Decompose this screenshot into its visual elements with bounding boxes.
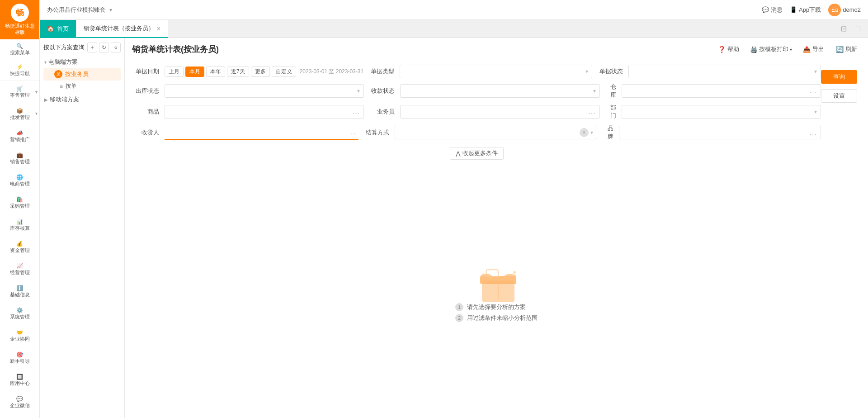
template-print-btn[interactable]: 🖨️ 按模板打印 ▾ (747, 43, 795, 55)
search-icon: 🔍 (3, 43, 37, 49)
refresh-btn[interactable]: 🔄 刷新 (832, 43, 861, 55)
breadcrumb-dropdown-icon[interactable]: ▾ (109, 7, 112, 13)
mobile-scheme-group-header[interactable]: ▶ 移动端方案 (43, 94, 121, 105)
filter-row-2: 出库状态 ▾ 收款状态 ▾ 仓库 (132, 83, 821, 99)
collapse-filter-btn[interactable]: ⋀ 收起更多条件 (450, 147, 504, 160)
dept-select[interactable]: ▾ (622, 105, 821, 119)
wholesale-arrow-icon: ▴ (35, 112, 38, 117)
refresh-icon: 🔄 (836, 46, 844, 53)
tabs-bar: 🏠 首页 销货单统计表（按业务员） × ⊡ □ (40, 20, 868, 38)
warehouse-select[interactable]: ... (622, 84, 821, 98)
doc-type-select[interactable]: ▾ (400, 65, 592, 78)
out-status-label: 出库状态 (132, 87, 159, 95)
sidebar-item-inventory[interactable]: 📊 库存核算 (0, 214, 39, 236)
sidebar-logo[interactable]: 畅 畅捷通好生意 标版 (0, 0, 39, 39)
help-btn[interactable]: ❓ 帮助 (714, 43, 743, 55)
sidebar-item-basic[interactable]: ℹ️ 基础信息 (0, 280, 39, 303)
recipient-dots-icon[interactable]: ... (351, 128, 357, 136)
sidebar-item-wechat[interactable]: 💬 企业微信 (0, 391, 39, 413)
refresh-scheme-btn[interactable]: ↻ (99, 43, 109, 52)
salesperson-select[interactable]: ... (400, 105, 599, 119)
help-label: 帮助 (727, 45, 739, 53)
export-btn[interactable]: 📤 导出 (799, 43, 828, 55)
out-status-arrow-icon: ▾ (357, 88, 360, 94)
page-actions: ❓ 帮助 🖨️ 按模板打印 ▾ 📤 导出 🔄 刷新 (714, 43, 861, 55)
operation-icon: 📈 (16, 263, 23, 269)
sidebar-item-enterprise[interactable]: 🤝 企业协同 (0, 325, 39, 347)
sidebar-quick-nav-item[interactable]: ⚡ 快捷导航 (0, 60, 39, 81)
desktop-scheme-arrow-icon: ▾ (44, 60, 47, 65)
date-btn-last-month[interactable]: 上月 (165, 66, 184, 77)
payment-status-select[interactable]: ▾ (400, 84, 599, 98)
tab-home-label: 首页 (57, 25, 69, 33)
out-status-select[interactable]: ▾ (165, 84, 364, 98)
home-icon: 🏠 (47, 25, 54, 32)
sidebar-item-finance[interactable]: 💰 资金管理 (0, 236, 39, 258)
brand-label: 品牌 (603, 124, 613, 141)
empty-state-icon (474, 263, 519, 299)
sidebar-item-newbie[interactable]: 🎯 新手引导 (0, 347, 39, 369)
tab-sales-stats[interactable]: 销货单统计表（按业务员） × (76, 20, 168, 38)
filter-row-1: 单据日期 上月 本月 本年 近7天 更多 自定义 2023-03-01 至 20… (132, 65, 821, 78)
newbie-icon: 🎯 (16, 352, 23, 358)
sidebar-item-purchase-label: 采购管理 (10, 203, 30, 209)
sidebar-item-apps[interactable]: 🔲 应用中心 (0, 369, 39, 391)
tab-home[interactable]: 🏠 首页 (40, 20, 76, 38)
query-btn[interactable]: 查询 (821, 70, 857, 84)
collapse-panel-btn[interactable]: « (111, 43, 121, 52)
scheme-sub-item-order[interactable]: ≡ 按单 (43, 81, 121, 92)
desktop-scheme-group-header[interactable]: ▾ 电脑端方案 (43, 56, 121, 68)
add-scheme-btn[interactable]: + (87, 43, 97, 52)
date-btn-this-month[interactable]: 本月 (185, 66, 204, 77)
mobile-scheme-arrow-icon: ▶ (44, 97, 48, 102)
sidebar-item-retail[interactable]: 🛒 零售管理 ▾ (0, 81, 39, 103)
logo-icon: 畅 (11, 4, 29, 22)
help-icon: ❓ (718, 46, 726, 53)
settlement-clear-btn[interactable]: × (580, 128, 589, 137)
date-btn-more[interactable]: 更多 (251, 66, 270, 77)
goods-select[interactable]: ... (165, 105, 364, 119)
svg-point-5 (482, 273, 484, 275)
date-btn-custom[interactable]: 自定义 (272, 66, 296, 77)
warehouse-dots-icon: ... (810, 87, 817, 95)
sidebar-item-member[interactable]: ⭐ 畅会员 (0, 413, 39, 418)
date-btn-last-7[interactable]: 近7天 (227, 66, 249, 77)
wechat-icon: 💬 (16, 396, 23, 402)
date-btn-this-year[interactable]: 本年 (206, 66, 225, 77)
message-btn[interactable]: 💬 消息 (762, 6, 783, 14)
desktop-scheme-group: ▾ 电脑端方案 员 按业务员 ≡ 按单 (43, 56, 121, 92)
user-profile-btn[interactable]: Ea demo2 (828, 4, 861, 16)
app-download-btn[interactable]: 📱 App下载 (790, 6, 821, 14)
date-filter-options: 上月 本月 本年 近7天 更多 自定义 2023-03-01 至 2023-03… (165, 66, 363, 77)
step-1-num: 1 (455, 303, 463, 311)
warehouse-label: 仓库 (605, 83, 616, 99)
scheme-item-salesperson[interactable]: 员 按业务员 (43, 68, 121, 81)
settlement-select[interactable]: × ▾ (395, 126, 597, 139)
tab-close-icon[interactable]: × (157, 25, 160, 32)
filter-row-3: 商品 ... 业务员 ... 部门 (132, 104, 821, 120)
sidebar-item-operation[interactable]: 📈 经营管理 (0, 258, 39, 280)
sidebar-item-system[interactable]: ⚙️ 系统管理 (0, 303, 39, 325)
brand-select[interactable]: ... (619, 126, 821, 139)
recipient-input-wrap: ... (165, 125, 359, 140)
doc-status-select[interactable]: ▾ (628, 65, 821, 78)
topbar: 办公用品行业模拟账套 ▾ 💬 消息 📱 App下载 Ea demo2 (40, 0, 868, 20)
recipient-input[interactable] (165, 125, 359, 139)
sidebar-item-ecommerce[interactable]: 🌐 电商管理 (0, 170, 39, 192)
goods-dots-icon: ... (353, 108, 360, 116)
wholesale-icon: 📦 (16, 108, 23, 114)
settings-btn[interactable]: 设置 (821, 89, 857, 103)
tab-maximize-btn[interactable]: □ (852, 23, 864, 35)
sidebar-item-marketing[interactable]: 📣 营销推广 (0, 125, 39, 147)
sidebar-item-wholesale[interactable]: 📦 批发管理 ▴ (0, 103, 39, 125)
payment-status-label: 收款状态 (369, 87, 395, 95)
tab-restore-btn[interactable]: ⊡ (837, 23, 850, 35)
sidebar-search-item[interactable]: 🔍 搜索菜单 (0, 39, 39, 60)
sidebar-item-purchase[interactable]: 🛍️ 采购管理 (0, 192, 39, 214)
left-panel-actions: + ↻ « (87, 43, 121, 52)
filter-actions-row: ⋀ 收起更多条件 (132, 145, 821, 162)
sidebar-item-marketing-label: 营销推广 (10, 136, 30, 143)
empty-state: 1 请先选择要分析的方案 2 用过滤条件来缩小分析范围 (455, 263, 538, 322)
sidebar-item-sales[interactable]: 💼 销售管理 (0, 147, 39, 170)
page-title: 销货单统计表(按业务员) (132, 44, 219, 55)
